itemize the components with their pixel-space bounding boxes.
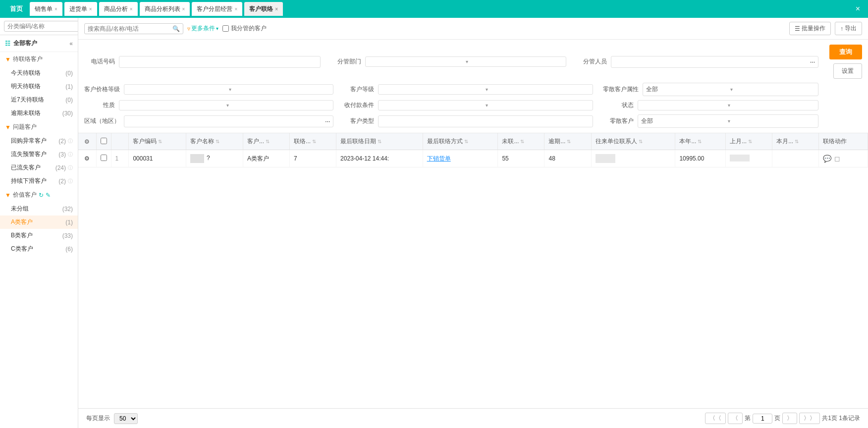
last-page-button[interactable]: 〉〉 [799, 413, 820, 424]
close-tab-product[interactable]: × [130, 6, 133, 12]
label-payment: 收付款条件 [343, 101, 378, 109]
select-retail-attr[interactable]: 全部 ▾ [643, 83, 818, 96]
section-value-customers[interactable]: ▼ 价值客户 ↻ ✎ [0, 188, 78, 202]
page-number-input[interactable] [753, 414, 772, 424]
row-code[interactable]: 000031 [129, 150, 186, 167]
close-tab-purchase[interactable]: × [89, 6, 92, 12]
action-chat-icon[interactable]: 💬 [823, 155, 831, 162]
sidebar-item-churn-warning[interactable]: 流失预警客户 (3) ⓘ [0, 148, 78, 161]
filter-search-input[interactable] [88, 25, 172, 32]
dots-region[interactable]: ··· [325, 118, 330, 125]
prev-page-button[interactable]: 〈 [728, 413, 743, 424]
select-payment[interactable]: ▾ [378, 100, 593, 110]
th-contact[interactable]: 联络... ⇅ [290, 133, 336, 150]
sort-icon-overdue: ⇅ [567, 139, 571, 144]
th-gear[interactable]: ⚙ [78, 133, 96, 150]
th-check[interactable] [96, 133, 111, 150]
section-pending-contact[interactable]: ▼ 待联络客户 [0, 52, 78, 66]
select-status[interactable]: ▾ [638, 100, 818, 110]
table-header-row: ⚙ 客户编码 ⇅ 客户名称 ⇅ [78, 133, 868, 150]
th-name[interactable]: 客户名称 ⇅ [186, 133, 243, 150]
export-button[interactable]: ↑ 导出 [835, 22, 862, 35]
th-unit-contact[interactable]: 往来单位联系人 ⇅ [591, 133, 675, 150]
th-overdue[interactable]: 逾期... ⇅ [544, 133, 591, 150]
query-btn-col: 查询 设置 [822, 45, 862, 79]
sidebar-item-churned[interactable]: 已流失客户 (24) ⓘ [0, 161, 78, 174]
tab-sales-order[interactable]: 销售单 × [30, 2, 62, 16]
sidebar-item-today[interactable]: 今天待联络 (0) [0, 66, 78, 80]
sidebar-item-class-a[interactable]: A类客户 (1) [0, 215, 78, 229]
label-manager: 分管人员 [576, 57, 611, 66]
tab-product-analysis[interactable]: 商品分析 × [99, 2, 138, 16]
select-all-checkbox[interactable] [101, 138, 107, 144]
filter-search-icon[interactable]: 🔍 [172, 25, 180, 32]
th-last-date[interactable]: 最后联络日期 ⇅ [336, 133, 423, 150]
sidebar-item-repurchase-abnormal[interactable]: 回购异常客户 (2) ⓘ [0, 134, 78, 148]
sidebar-item-declining[interactable]: 持续下滑客户 (2) ⓘ [0, 174, 78, 188]
th-last-month[interactable]: 上月... ⇅ [726, 133, 772, 150]
section-problem-customers[interactable]: ▼ 问题客户 [0, 120, 78, 134]
close-tab-contact[interactable]: × [275, 6, 278, 12]
filter-row-2: 客户价格等级 ▾ 客户等级 ▾ 零散客户属性 全部 [84, 83, 862, 96]
row-last-method[interactable]: 下销货单 [423, 150, 498, 167]
input-phone[interactable] [119, 56, 321, 68]
select-price-level[interactable]: ▾ [124, 84, 333, 95]
nav-home[interactable]: 首页 [4, 0, 29, 18]
setting-button[interactable]: 设置 [833, 63, 862, 79]
th-last-method[interactable]: 最后联络方式 ⇅ [423, 133, 498, 150]
sidebar-search-input[interactable] [4, 21, 78, 32]
customer-table: ⚙ 客户编码 ⇅ 客户名称 ⇅ [78, 133, 868, 167]
sidebar-item-ungrouped[interactable]: 未分组 (32) [0, 202, 78, 215]
th-this-year[interactable]: 本年... ⇅ [675, 133, 726, 150]
sidebar-item-class-c[interactable]: C类客户 (6) [0, 242, 78, 256]
input-manager[interactable]: ··· [611, 56, 818, 68]
next-page-button[interactable]: 〉 [782, 413, 797, 424]
row-check[interactable] [96, 150, 111, 167]
caret-status: ▾ [728, 103, 815, 108]
filter-more-button[interactable]: ▿ 更多条件 ▾ [187, 24, 218, 33]
sidebar-item-overdue[interactable]: 逾期未联络 (30) [0, 107, 78, 120]
batch-ops-button[interactable]: ☰ 批量操作 [789, 22, 831, 35]
action-link-icon[interactable]: ◻ [834, 155, 840, 162]
phone-input[interactable] [122, 58, 317, 65]
select-customer-level[interactable]: ▾ [378, 84, 593, 95]
my-customers-checkbox[interactable]: 我分管的客户 [222, 24, 267, 33]
window-close-button[interactable]: × [852, 4, 864, 13]
row-gear[interactable]: ⚙ [78, 150, 96, 167]
select-nature[interactable]: ▾ [119, 100, 333, 110]
th-this-month[interactable]: 本月... ⇅ [772, 133, 819, 150]
select-dept[interactable]: ▾ [365, 56, 567, 67]
th-not-contacted[interactable]: 未联... ⇅ [498, 133, 544, 150]
table-row: ⚙ 1 000031 ? A类客户 7 2023-04-12 14:44: 下销… [78, 150, 868, 167]
tab-customer-segmentation[interactable]: 客户分层经营 × [192, 2, 242, 16]
tab-product-analysis-list[interactable]: 商品分析列表 × [140, 2, 190, 16]
input-region[interactable]: ··· [124, 115, 333, 127]
row-number: 1 [111, 150, 129, 167]
collapse-icon[interactable]: « [69, 40, 73, 47]
sidebar-all-customers-header[interactable]: ☷ 全部客户 « [0, 35, 78, 52]
dots-manager[interactable]: ··· [810, 58, 815, 65]
first-page-button[interactable]: 〈〈 [705, 413, 726, 424]
query-button[interactable]: 查询 [829, 45, 862, 59]
sidebar-item-class-b[interactable]: B类客户 (33) [0, 229, 78, 242]
edit-icon[interactable]: ✎ [46, 192, 51, 199]
sidebar-item-tomorrow[interactable]: 明天待联络 (1) [0, 80, 78, 93]
tab-purchase-order[interactable]: 进货单 × [64, 2, 97, 16]
customer-type-input[interactable] [381, 118, 589, 125]
manager-input[interactable] [614, 58, 810, 65]
tab-customer-contact[interactable]: 客户联络 × [244, 2, 283, 16]
close-tab-sales[interactable]: × [54, 6, 57, 12]
close-tab-product-list[interactable]: × [182, 6, 185, 12]
refresh-icon[interactable]: ↻ [39, 192, 44, 199]
main-layout: 🔍 ☷ 全部客户 « ▼ 待联络客户 今天待联络 (0) 明天待联络 (1) 近… [0, 18, 868, 428]
sidebar-item-7days[interactable]: 近7天待联络 (0) [0, 93, 78, 107]
region-input[interactable] [127, 118, 325, 125]
select-retail-customer[interactable]: 全部 ▾ [638, 114, 818, 128]
row-checkbox[interactable] [101, 155, 107, 161]
page-size-select[interactable]: 50 [114, 413, 138, 424]
th-type[interactable]: 客户... ⇅ [243, 133, 289, 150]
th-code[interactable]: 客户编码 ⇅ [129, 133, 186, 150]
my-customers-check[interactable] [222, 25, 229, 32]
close-tab-segment[interactable]: × [234, 6, 237, 12]
input-customer-type[interactable] [378, 115, 593, 127]
